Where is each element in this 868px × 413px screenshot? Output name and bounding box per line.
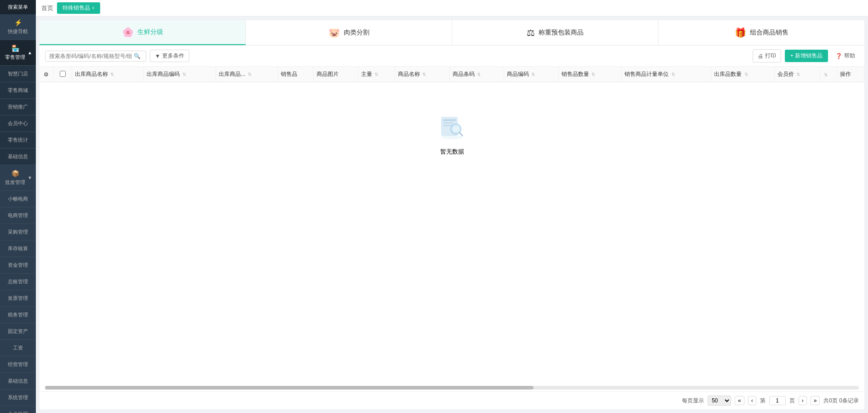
help-button[interactable]: ❓ 帮助 bbox=[832, 50, 859, 62]
tab-fresh-label: 生鲜分级 bbox=[137, 28, 163, 36]
sidebar-item-kuaijie[interactable]: ⚡ 快捷导航 bbox=[0, 14, 36, 40]
sort-icon[interactable]: ⇅ bbox=[422, 72, 426, 77]
sidebar-item-guding[interactable]: 固定资产 bbox=[0, 323, 36, 340]
svg-rect-3 bbox=[443, 122, 453, 123]
horizontal-scrollbar[interactable] bbox=[45, 386, 859, 390]
th-sales-qty: 销售品数量 ⇅ bbox=[558, 67, 622, 82]
fresh-icon: 🌸 bbox=[122, 27, 134, 38]
sidebar-item-dianshang[interactable]: 电商管理 bbox=[0, 207, 36, 224]
th-settings[interactable]: ⚙ bbox=[40, 67, 53, 82]
sidebar-item-xiaochange[interactable]: 小畅电商 bbox=[0, 191, 36, 207]
tab-meat-label: 肉类分割 bbox=[344, 29, 369, 37]
weight-icon: ⚖ bbox=[527, 27, 535, 38]
print-button[interactable]: 🖨 打印 bbox=[753, 49, 781, 63]
table-wrap: ⚙ 出库商品名称 ⇅ 出库商品编码 ⇅ 出库商品 bbox=[40, 67, 864, 384]
flash-icon: ⚡ bbox=[14, 19, 22, 26]
home-link[interactable]: 首页 bbox=[41, 4, 53, 12]
sort-icon[interactable]: ⇅ bbox=[744, 72, 748, 77]
close-tab-icon[interactable]: × bbox=[92, 6, 95, 11]
sidebar-item-qiye[interactable]: 企业协同 bbox=[0, 406, 36, 413]
svg-point-6 bbox=[452, 126, 459, 132]
collapse-icon: ▲ bbox=[28, 50, 32, 55]
th-sales-product: 销售品 bbox=[278, 67, 313, 82]
search-box[interactable]: 🔍 bbox=[45, 51, 146, 62]
sidebar-item-jingying[interactable]: 经营管理 bbox=[0, 356, 36, 373]
sidebar-item-gongzi[interactable]: 工资 bbox=[0, 340, 36, 356]
sidebar-item-yingxiao[interactable]: 营销推广 bbox=[0, 99, 36, 115]
sidebar-item-lingtong[interactable]: 零售统计 bbox=[0, 132, 36, 149]
filter-label: 更多条件 bbox=[162, 52, 184, 60]
sort-icon[interactable]: ⇅ bbox=[182, 72, 186, 77]
page-input[interactable] bbox=[769, 396, 786, 405]
add-label: + 新增销售品 bbox=[790, 52, 823, 60]
th-product-image: 商品图片 bbox=[313, 67, 358, 82]
sidebar-item-xitong[interactable]: 系统管理 bbox=[0, 390, 36, 406]
meat-icon: 🐷 bbox=[329, 27, 340, 38]
first-page-button[interactable]: « bbox=[735, 396, 744, 405]
filter-icon: ▼ bbox=[155, 53, 160, 59]
th-extra: ⇅ bbox=[820, 67, 837, 82]
sort-icon[interactable]: ⇅ bbox=[374, 72, 378, 77]
sidebar-item-huiyuan[interactable]: 会员中心 bbox=[0, 115, 36, 132]
sort-icon[interactable]: ⇅ bbox=[591, 72, 595, 77]
tab-fresh-grade[interactable]: 🌸 生鲜分级 bbox=[40, 20, 246, 45]
sidebar-item-jichu2[interactable]: 基础信息 bbox=[0, 373, 36, 390]
content-area: 🌸 生鲜分级 🐷 肉类分割 ⚖ 称重预包装商品 🎁 组合商品销售 🔍 bbox=[40, 20, 864, 409]
th-checkbox[interactable] bbox=[53, 67, 72, 82]
print-label: 打印 bbox=[765, 52, 776, 60]
sidebar-item-shangcheng[interactable]: 零售商城 bbox=[0, 82, 36, 99]
per-page-select[interactable]: 50 10 20 100 bbox=[708, 396, 731, 406]
th-barcode: 商品条码 ⇅ bbox=[449, 67, 504, 82]
sort-icon[interactable]: ⇅ bbox=[796, 72, 800, 77]
sidebar-item-fapiao[interactable]: 发票管理 bbox=[0, 290, 36, 307]
svg-rect-2 bbox=[443, 120, 456, 121]
last-page-button[interactable]: » bbox=[811, 396, 820, 405]
add-button[interactable]: + 新增销售品 bbox=[785, 50, 828, 62]
filter-button[interactable]: ▼ 更多条件 bbox=[150, 50, 189, 62]
total-info: 共0页 0条记录 bbox=[823, 397, 859, 405]
sidebar-item-kucun[interactable]: 库存核算 bbox=[0, 241, 36, 257]
sidebar-item-zhihui[interactable]: 智慧门店 bbox=[0, 66, 36, 82]
th-out-product-spec: 出库商品... ⇅ bbox=[216, 67, 278, 82]
sidebar-item-caigou[interactable]: 采购管理 bbox=[0, 224, 36, 241]
sidebar-item-zhangmu[interactable]: 总账管理 bbox=[0, 274, 36, 290]
sort-icon[interactable]: ⇅ bbox=[531, 72, 535, 77]
select-all-checkbox[interactable] bbox=[60, 71, 66, 77]
empty-state: 暂无数据 bbox=[40, 82, 864, 184]
active-tab[interactable]: 特殊销售品 × bbox=[57, 2, 100, 14]
main-area: 首页 特殊销售品 × 🌸 生鲜分级 🐷 肉类分割 ⚖ 称重预包装商品 🎁 组合商… bbox=[36, 0, 868, 413]
sidebar: 搜索菜单 ⚡ 快捷导航 🏪 零售管理 ▲ 智慧门店 零售商城 营销推广 会员中心… bbox=[0, 0, 36, 413]
sidebar-item-jichu1[interactable]: 基础信息 bbox=[0, 149, 36, 165]
sort-icon[interactable]: ⇅ bbox=[477, 72, 481, 77]
search-input[interactable] bbox=[49, 53, 132, 59]
sidebar-item-shuiwu[interactable]: 税务管理 bbox=[0, 307, 36, 323]
sort-icon[interactable]: ⇅ bbox=[671, 72, 675, 77]
tab-weight[interactable]: ⚖ 称重预包装商品 bbox=[452, 20, 658, 45]
tab-combo-label: 组合商品销售 bbox=[750, 29, 789, 37]
th-product-name: 商品名称 ⇅ bbox=[395, 67, 450, 82]
category-tabs: 🌸 生鲜分级 🐷 肉类分割 ⚖ 称重预包装商品 🎁 组合商品销售 bbox=[40, 20, 864, 46]
printer-icon: 🖨 bbox=[758, 53, 763, 59]
sidebar-item-pifa[interactable]: 📦 批发管理 ▼ bbox=[0, 165, 36, 191]
scrollbar-thumb[interactable] bbox=[45, 386, 533, 390]
sidebar-logo[interactable]: 搜索菜单 bbox=[0, 0, 36, 14]
svg-line-7 bbox=[460, 132, 462, 135]
prev-page-button[interactable]: ‹ bbox=[748, 396, 756, 405]
th-sales-unit: 销售商品计量单位 ⇅ bbox=[622, 67, 711, 82]
topbar: 首页 特殊销售品 × bbox=[36, 0, 868, 17]
wholesale-icon: 📦 bbox=[11, 170, 19, 177]
next-page-button[interactable]: › bbox=[799, 396, 807, 405]
sort-icon[interactable]: ⇅ bbox=[248, 72, 251, 77]
sort-icon[interactable]: ⇅ bbox=[110, 72, 114, 77]
toolbar: 🔍 ▼ 更多条件 🖨 打印 + 新增销售品 ❓ 帮助 bbox=[40, 46, 864, 67]
sidebar-item-lingshell[interactable]: 🏪 零售管理 ▲ bbox=[0, 40, 36, 66]
th-out-qty: 出库品数量 ⇅ bbox=[711, 67, 775, 82]
tab-weight-label: 称重预包装商品 bbox=[539, 29, 584, 37]
page-prefix: 第 bbox=[760, 397, 766, 405]
sort-icon[interactable]: ⇅ bbox=[824, 72, 828, 77]
th-product-code: 商品编码 ⇅ bbox=[504, 67, 559, 82]
tab-meat[interactable]: 🐷 肉类分割 bbox=[246, 20, 452, 45]
th-member-price: 会员价 ⇅ bbox=[774, 67, 820, 82]
tab-combo[interactable]: 🎁 组合商品销售 bbox=[658, 20, 864, 45]
sidebar-item-zijin[interactable]: 资金管理 bbox=[0, 257, 36, 274]
